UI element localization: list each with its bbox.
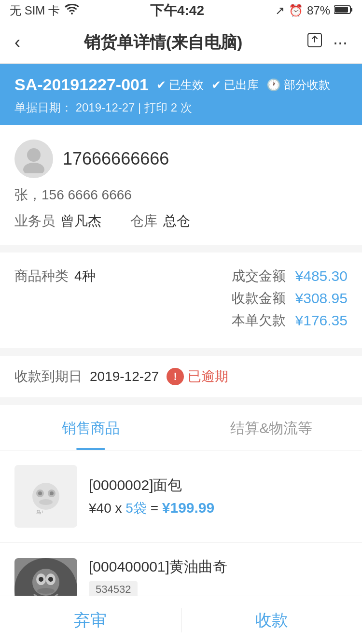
customer-phone: 17666666666 — [63, 149, 169, 169]
product-info-bread: [0000002]面包 ¥40 x 5袋 = ¥199.99 — [89, 476, 348, 518]
tabs-row: 销售商品 结算&物流等 — [0, 405, 362, 450]
bread-owl-icon: 鸟+ — [22, 477, 70, 516]
bread-multiply: x — [115, 501, 126, 516]
svg-point-18 — [48, 577, 53, 582]
status-time: 下午4:42 — [150, 1, 204, 20]
debt-amount: ¥176.35 — [295, 312, 348, 329]
svg-point-19 — [37, 588, 55, 594]
print-info: | 打印 2 次 — [138, 101, 192, 114]
status-effective: ✔ 已生效 — [156, 77, 204, 93]
nav-bar: ‹ 销货单详情(来自电脑) ··· — [0, 21, 362, 64]
customer-name-phone: 张，156 6666 6666 — [14, 186, 348, 204]
status-effective-text: 已生效 — [169, 77, 204, 93]
svg-rect-1 — [350, 8, 352, 12]
receipt-amount-label: 收款金额 — [232, 289, 286, 308]
sales-meta: 业务员 曾凡杰 — [14, 212, 101, 230]
svg-point-11 — [39, 499, 53, 505]
check-icon-1: ✔ — [156, 78, 166, 92]
bread-price: ¥40 — [89, 501, 111, 516]
location-icon: ↗ — [275, 4, 285, 17]
debt-label: 本单欠款 — [232, 311, 286, 330]
deal-amount-label: 成交金额 — [232, 267, 286, 285]
no-sim-text: 无 SIM 卡 — [10, 3, 60, 18]
bread-equals: = — [151, 501, 162, 516]
product-price-bread: ¥40 x 5袋 = ¥199.99 — [89, 499, 348, 518]
back-button[interactable]: ‹ — [14, 32, 20, 53]
svg-text:鸟+: 鸟+ — [36, 509, 44, 515]
tab-sales-products[interactable]: 销售商品 — [0, 405, 181, 450]
nav-actions: ··· — [306, 31, 348, 53]
header-date: 单据日期： 2019-12-27 | 打印 2 次 — [14, 100, 348, 115]
svg-rect-2 — [335, 7, 348, 13]
clock-icon: 🕐 — [266, 78, 281, 92]
warehouse-label: 仓库 — [130, 212, 157, 230]
status-bar: 无 SIM 卡 下午4:42 ↗ ⏰ 87% — [0, 0, 362, 21]
avatar — [14, 140, 53, 178]
product-image-bread: 鸟+ — [14, 465, 77, 528]
product-name-bread: [0000002]面包 — [89, 476, 348, 495]
order-row: SA-20191227-001 ✔ 已生效 ✔ 已出库 🕐 部分收款 — [14, 75, 348, 94]
page-title: 销货单详情(来自电脑) — [84, 31, 243, 54]
deal-amount-row: 成交金额 ¥485.30 — [232, 267, 348, 285]
date-label: 单据日期： — [14, 101, 72, 114]
product-name-cookie: [000400001]黄油曲奇 — [89, 557, 348, 577]
share-icon[interactable] — [306, 31, 323, 53]
tabs-section: 销售商品 结算&物流等 — [0, 405, 362, 450]
collect-payment-button[interactable]: 收款 — [181, 600, 362, 641]
status-shipped-text: 已出库 — [224, 77, 259, 93]
due-date: 2019-12-27 — [90, 369, 159, 384]
category-row: 商品种类 4种 — [14, 267, 96, 285]
svg-point-5 — [23, 163, 44, 173]
sales-value: 曾凡杰 — [61, 212, 101, 230]
receipt-amount-row: 收款金额 ¥308.95 — [232, 289, 348, 308]
warehouse-meta: 仓库 总仓 — [130, 212, 190, 230]
warehouse-value: 总仓 — [163, 212, 190, 230]
header-card: SA-20191227-001 ✔ 已生效 ✔ 已出库 🕐 部分收款 单据日期：… — [0, 64, 362, 125]
overdue-badge: ! 已逾期 — [167, 367, 228, 386]
customer-meta: 业务员 曾凡杰 仓库 总仓 — [14, 212, 348, 230]
deal-amount: ¥485.30 — [295, 268, 348, 284]
battery-icon — [334, 4, 352, 17]
category-label: 商品种类 — [14, 267, 69, 285]
svg-point-10 — [50, 491, 54, 495]
avatar-icon — [19, 144, 48, 173]
svg-point-6 — [32, 483, 59, 510]
svg-point-4 — [27, 148, 41, 162]
stats-section: 商品种类 4种 成交金额 ¥485.30 收款金额 ¥308.95 本单欠款 ¥… — [0, 252, 362, 348]
cancel-audit-button[interactable]: 弃审 — [0, 600, 181, 641]
product-tag-cookie: 534532 — [89, 581, 138, 598]
status-partial-text: 部分收款 — [284, 77, 330, 93]
check-icon-2: ✔ — [211, 78, 221, 92]
debt-row: 本单欠款 ¥176.35 — [232, 311, 348, 330]
bread-total: ¥199.99 — [162, 500, 214, 516]
tab-settlement[interactable]: 结算&物流等 — [181, 405, 362, 450]
product-item: 鸟+ [0000002]面包 ¥40 x 5袋 = ¥199.99 — [0, 450, 362, 543]
status-shipped: ✔ 已出库 — [211, 77, 259, 93]
category-value: 4种 — [74, 267, 96, 285]
order-number: SA-20191227-001 — [14, 75, 149, 94]
customer-row: 17666666666 — [14, 140, 348, 178]
stats-left: 商品种类 4种 — [14, 267, 96, 287]
receipt-amount: ¥308.95 — [295, 290, 348, 307]
status-left: 无 SIM 卡 — [10, 3, 79, 18]
due-section: 收款到期日 2019-12-27 ! 已逾期 — [0, 356, 362, 397]
svg-point-9 — [38, 491, 42, 495]
more-icon[interactable]: ··· — [333, 32, 348, 53]
order-date: 2019-12-27 — [76, 101, 135, 114]
bottom-bar: 弃审 收款 — [0, 596, 362, 644]
wifi-icon — [65, 4, 79, 17]
status-right: ↗ ⏰ 87% — [275, 4, 352, 17]
due-label: 收款到期日 — [14, 367, 82, 386]
sales-label: 业务员 — [14, 212, 55, 230]
overdue-icon: ! — [167, 368, 184, 385]
svg-point-17 — [39, 577, 43, 582]
stats-right: 成交金额 ¥485.30 收款金额 ¥308.95 本单欠款 ¥176.35 — [232, 267, 348, 334]
overdue-text: 已逾期 — [188, 367, 228, 386]
battery-text: 87% — [307, 4, 330, 17]
alarm-icon: ⏰ — [289, 4, 303, 17]
customer-section: 17666666666 张，156 6666 6666 业务员 曾凡杰 仓库 总… — [0, 125, 362, 245]
status-partial: 🕐 部分收款 — [266, 77, 330, 93]
bread-qty: 5袋 — [125, 501, 150, 516]
